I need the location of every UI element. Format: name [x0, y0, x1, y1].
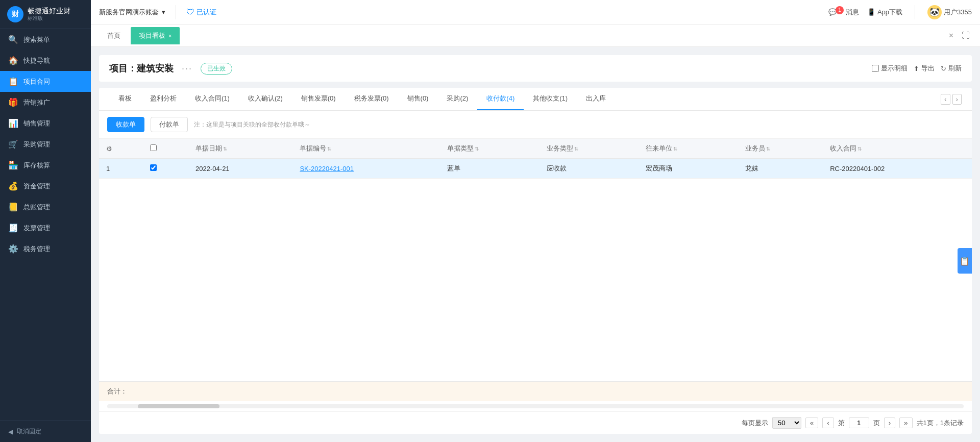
sub-tab-6[interactable]: 销售(0): [398, 88, 438, 110]
project-selector[interactable]: 新服务官网演示账套 ▾: [99, 8, 165, 17]
page-number-input[interactable]: [849, 418, 869, 428]
doc-number-link[interactable]: SK-20220421-001: [300, 165, 354, 173]
refresh-btn[interactable]: ↻ 刷新: [941, 64, 962, 73]
sub-tab-0[interactable]: 看板: [109, 88, 141, 110]
sidebar-item-purchase[interactable]: 🛒 采购管理: [0, 134, 91, 155]
sidebar-item-tax[interactable]: ⚙️ 税务管理: [0, 238, 91, 259]
project-selector-name: 新服务官网演示账套: [99, 8, 159, 17]
sub-tab-5[interactable]: 税务发票(0): [345, 88, 398, 110]
sub-tab-1[interactable]: 盈利分析: [141, 88, 186, 110]
sidebar-footer-pin[interactable]: ◀ 取消固定: [0, 421, 91, 442]
table-row[interactable]: 12022-04-21SK-20220421-001蓝单应收款宏茂商场龙妹RC-…: [99, 159, 972, 179]
top-bar: 新服务官网演示账套 ▾ 🛡 已认证 💬 1 消息 📱 App下载 🐼 用户335…: [91, 0, 980, 24]
select-all-checkbox[interactable]: [150, 144, 157, 151]
user-avatar: 🐼: [927, 5, 942, 19]
toggle-payment-btn[interactable]: 付款单: [151, 117, 188, 132]
tab-close-btn[interactable]: ×: [168, 33, 172, 39]
project-header-actions: 显示明细 ⬆ 导出 ↻ 刷新: [872, 64, 962, 73]
sidebar-item-marketing[interactable]: 🎁 营销推广: [0, 92, 91, 113]
certified-text: 已认证: [197, 8, 216, 17]
next-page-btn[interactable]: ›: [884, 418, 895, 428]
sort-icon-partner[interactable]: ⇅: [673, 146, 677, 152]
pagination: 每页显示 50 20 100 « ‹ 第 页 › » 共1页，1条记录: [99, 411, 972, 434]
sort-icon-biz_type[interactable]: ⇅: [574, 146, 578, 152]
export-btn[interactable]: ⬆ 导出: [914, 64, 935, 73]
ledger-icon: 📒: [8, 202, 18, 212]
sub-tab-prev-btn[interactable]: ‹: [941, 94, 950, 105]
contract-icon: 📋: [8, 77, 18, 86]
shield-icon: 🛡: [186, 8, 194, 17]
sub-tab-next-btn[interactable]: ›: [952, 94, 962, 105]
user-label: 用户3355: [944, 8, 972, 17]
sidebar-item-finance[interactable]: 💰 资金管理: [0, 176, 91, 197]
sub-tab-4[interactable]: 销售发票(0): [292, 88, 345, 110]
th-no[interactable]: ⚙: [99, 139, 143, 159]
prev-page-btn[interactable]: ‹: [822, 418, 834, 428]
message-badge: 1: [836, 6, 844, 14]
app-logo-text: 畅捷通好业财 标准版: [28, 7, 70, 22]
scroll-bar-thumb[interactable]: [138, 404, 219, 408]
total-label: 合计：: [107, 387, 127, 396]
show-detail-action[interactable]: 显示明细: [872, 64, 908, 73]
tab-home[interactable]: 首页: [99, 27, 129, 44]
th-date: 单据日期⇅: [188, 139, 292, 159]
app-download-btn[interactable]: 📱 App下载: [867, 8, 902, 17]
sidebar-item-inventory[interactable]: 🏪 库存核算: [0, 155, 91, 176]
th-check[interactable]: [143, 139, 188, 159]
sidebar-item-ledger[interactable]: 📒 总账管理: [0, 197, 91, 217]
app-download-label: App下载: [877, 8, 902, 17]
float-right-action-btn[interactable]: 📋: [958, 248, 972, 274]
td-no: 1: [99, 159, 143, 179]
dropdown-icon: ▾: [162, 8, 165, 16]
sidebar-item-invoice[interactable]: 🧾 发票管理: [0, 217, 91, 238]
settings-icon[interactable]: ⚙: [106, 145, 112, 153]
last-page-btn[interactable]: »: [899, 418, 912, 428]
th-type: 单据类型⇅: [440, 139, 540, 159]
total-pages-label: 共1页，1条记录: [917, 419, 964, 428]
float-icon: 📋: [960, 256, 970, 266]
refresh-icon: ↻: [941, 65, 946, 72]
first-page-btn[interactable]: «: [805, 418, 818, 428]
sidebar-item-sales[interactable]: 📊 销售管理: [0, 113, 91, 134]
user-menu[interactable]: 🐼 用户3355: [927, 5, 972, 19]
sort-icon-contract[interactable]: ⇅: [857, 146, 862, 152]
sidebar-logo: 财 畅捷通好业财 标准版: [0, 0, 91, 29]
tab-expand-btn[interactable]: ⛶: [960, 29, 972, 42]
data-table: ⚙单据日期⇅单据编号⇅单据类型⇅业务类型⇅往来单位⇅业务员⇅收入合同⇅ 1202…: [99, 139, 972, 381]
inventory-icon: 🏪: [8, 160, 18, 170]
show-detail-checkbox[interactable]: [872, 65, 879, 72]
sidebar-scroll: 🔍 搜索菜单 🏠 快捷导航 📋 项目合同 🎁 营销推广 📊 销售管理 🛒 采购管…: [0, 29, 91, 421]
th-biz_type: 业务类型⇅: [540, 139, 639, 159]
sub-tab-3[interactable]: 收入确认(2): [239, 88, 292, 110]
row-checkbox[interactable]: [150, 164, 157, 171]
sort-icon-salesperson[interactable]: ⇅: [766, 146, 770, 152]
tab-project-label: 项目看板: [139, 31, 165, 40]
sidebar-item-shortcut[interactable]: 🏠 快捷导航: [0, 50, 91, 71]
per-page-select[interactable]: 50 20 100: [772, 417, 801, 429]
tab-close-window-btn[interactable]: ×: [947, 29, 955, 42]
sub-tab-10[interactable]: 出入库: [577, 88, 615, 110]
sort-icon-date[interactable]: ⇅: [223, 146, 227, 152]
sub-tab-8[interactable]: 收付款(4): [477, 88, 524, 110]
td-biz_type: 应收款: [540, 159, 639, 179]
sort-icon-number[interactable]: ⇅: [327, 146, 331, 152]
toggle-receipt-btn[interactable]: 收款单: [107, 117, 144, 132]
td-number[interactable]: SK-20220421-001: [292, 159, 440, 179]
project-more-btn[interactable]: ···: [182, 63, 192, 74]
sidebar-label-inventory: 库存核算: [23, 161, 50, 170]
message-btn[interactable]: 💬 1 消息: [828, 8, 859, 17]
sub-tab-2[interactable]: 收入合同(1): [186, 88, 239, 110]
sub-tab-7[interactable]: 采购(2): [437, 88, 477, 110]
sidebar-item-contract[interactable]: 📋 项目合同: [0, 71, 91, 92]
sidebar-label-shortcut: 快捷导航: [23, 56, 50, 65]
sidebar-label-invoice: 发票管理: [23, 224, 50, 233]
td-salesperson: 龙妹: [738, 159, 823, 179]
sidebar-label-marketing: 营销推广: [23, 98, 50, 107]
th-salesperson: 业务员⇅: [738, 139, 823, 159]
tab-project-board[interactable]: 项目看板 ×: [131, 27, 180, 44]
sort-icon-type[interactable]: ⇅: [475, 146, 479, 152]
th-number: 单据编号⇅: [292, 139, 440, 159]
sidebar-item-search[interactable]: 🔍 搜索菜单: [0, 29, 91, 50]
sub-tab-9[interactable]: 其他收支(1): [524, 88, 577, 110]
invoice-icon: 🧾: [8, 223, 18, 233]
